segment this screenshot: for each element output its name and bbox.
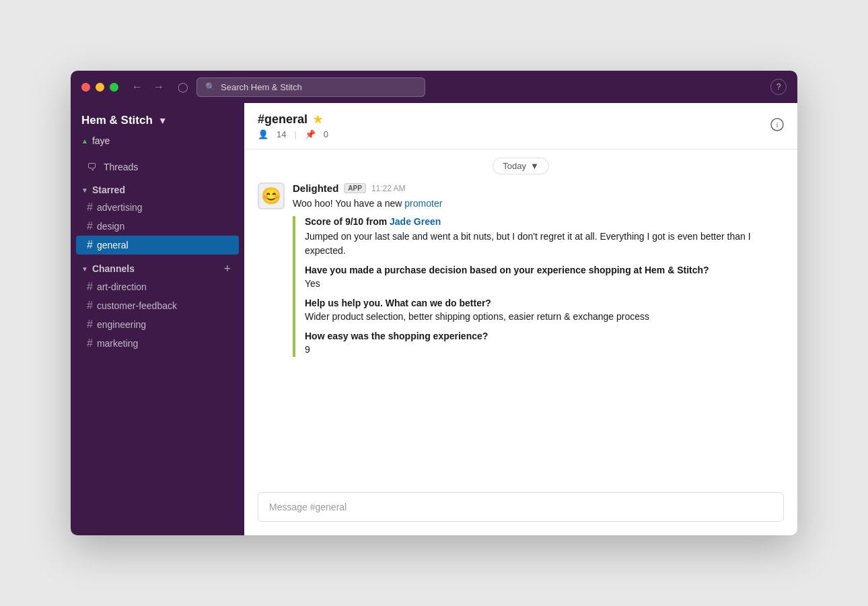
messages-container: 😊 Delighted APP 11:22 AM Woo hoo! You ha… (244, 182, 797, 484)
avatar-emoji: 😊 (261, 187, 281, 205)
channel-item-marketing[interactable]: # marketing (76, 334, 239, 353)
message-input[interactable] (258, 492, 784, 522)
search-bar[interactable]: 🔍 Search Hem & Stitch (196, 77, 425, 97)
review-text: Jumped on your last sale and went a bit … (305, 230, 784, 258)
channel-name-marketing: marketing (97, 338, 138, 349)
titlebar-right: ? (770, 79, 787, 95)
user-name: faye (92, 135, 110, 146)
channel-title-text: #general (258, 112, 308, 127)
channel-title: #general ★ (258, 112, 328, 127)
chat-header: #general ★ 👤 14 | 📌 0 i (244, 103, 797, 149)
starred-section-title: Starred (92, 184, 233, 195)
navigation-buttons: ← → (129, 78, 167, 96)
message-row: 😊 Delighted APP 11:22 AM Woo hoo! You ha… (258, 182, 784, 357)
channels-chevron-icon: ▼ (81, 265, 88, 273)
app-window: ← → ◯ 🔍 Search Hem & Stitch ? Hem & Stit… (71, 71, 797, 535)
message-text: Woo hoo! You have a new promoter (293, 197, 784, 211)
forward-button[interactable]: → (151, 78, 167, 96)
message-content: Delighted APP 11:22 AM Woo hoo! You have… (293, 182, 784, 357)
channel-name-design: design (97, 221, 124, 232)
channel-name-customer-feedback: customer-feedback (97, 300, 177, 311)
hash-icon: # (87, 318, 93, 331)
channel-meta: 👤 14 | 📌 0 (258, 129, 328, 139)
score-line: Score of 9/10 from Jade Green (305, 216, 784, 227)
avatar: 😊 (258, 182, 285, 209)
channel-name-art-direction: art-direction (97, 281, 147, 292)
pins-count: 0 (324, 129, 328, 139)
date-label: Today (503, 161, 526, 171)
channel-item-art-direction[interactable]: # art-direction (76, 277, 239, 296)
q2-label: Help us help you. What can we do better? (305, 298, 784, 308)
main-body: Hem & Stitch ▼ ▲ faye 🗨 Threads ▼ Starre… (71, 103, 797, 535)
promoter-link[interactable]: promoter (404, 198, 442, 209)
message-header: Delighted APP 11:22 AM (293, 182, 784, 194)
sidebar-item-threads[interactable]: 🗨 Threads (76, 157, 239, 176)
customer-name-link[interactable]: Jade Green (390, 216, 441, 227)
workspace-name: Hem & Stitch (81, 114, 153, 127)
members-icon: 👤 (258, 129, 268, 139)
minimize-button[interactable] (96, 83, 104, 92)
channel-item-engineering[interactable]: # engineering (76, 315, 239, 334)
help-button[interactable]: ? (770, 79, 787, 95)
app-badge: APP (344, 183, 366, 193)
hash-icon: # (87, 337, 93, 349)
date-chevron-icon: ▼ (530, 161, 539, 171)
sidebar: Hem & Stitch ▼ ▲ faye 🗨 Threads ▼ Starre… (71, 103, 244, 535)
channels-section-title: Channels (92, 263, 217, 274)
titlebar: ← → ◯ 🔍 Search Hem & Stitch ? (71, 71, 797, 103)
workspace-chevron-icon: ▼ (158, 115, 168, 126)
history-button[interactable]: ◯ (175, 79, 191, 95)
threads-icon: 🗨 (87, 161, 97, 172)
status-indicator-icon: ▲ (81, 137, 88, 145)
q2-answer: Wider product selection, better shipping… (305, 310, 784, 324)
hash-icon: # (87, 281, 93, 293)
starred-section-header[interactable]: ▼ Starred (71, 176, 244, 198)
traffic-lights (81, 83, 118, 92)
hash-icon: # (87, 220, 93, 232)
score-label-text: Score of 9/10 from (305, 216, 387, 227)
message-input-area (244, 484, 797, 535)
star-icon[interactable]: ★ (313, 113, 322, 126)
svg-text:i: i (776, 121, 778, 129)
search-icon: 🔍 (205, 82, 215, 92)
search-placeholder: Search Hem & Stitch (221, 82, 302, 92)
channel-header-left: #general ★ 👤 14 | 📌 0 (258, 112, 328, 139)
channel-name-advertising: advertising (97, 202, 143, 213)
q3-label: How easy was the shopping experience? (305, 331, 784, 341)
info-button[interactable]: i (770, 118, 784, 134)
workspace-header[interactable]: Hem & Stitch ▼ (71, 103, 244, 133)
q3-answer: 9 (305, 343, 784, 357)
channel-item-customer-feedback[interactable]: # customer-feedback (76, 296, 239, 315)
starred-chevron-icon: ▼ (81, 187, 88, 194)
q1-label: Have you made a purchase decision based … (305, 265, 784, 275)
add-channel-button[interactable]: + (221, 263, 233, 275)
sender-name: Delighted (293, 182, 338, 194)
hash-icon: # (87, 201, 93, 213)
channel-item-design[interactable]: # design (76, 217, 239, 236)
maximize-button[interactable] (110, 83, 118, 92)
user-status[interactable]: ▲ faye (71, 133, 244, 157)
q1-answer: Yes (305, 277, 784, 291)
hash-icon: # (87, 300, 93, 312)
channel-item-advertising[interactable]: # advertising (76, 198, 239, 217)
info-icon: i (770, 118, 784, 131)
threads-label: Threads (104, 162, 138, 172)
pins-icon: 📌 (305, 129, 316, 139)
members-count: 14 (277, 129, 286, 139)
channels-section-header[interactable]: ▼ Channels + (71, 255, 244, 277)
channel-name-engineering: engineering (97, 319, 146, 330)
channel-item-general[interactable]: # general (76, 236, 239, 255)
channel-name-general: general (97, 240, 129, 250)
hash-icon: # (87, 239, 93, 251)
quoted-block: Score of 9/10 from Jade Green Jumped on … (293, 216, 784, 357)
chat-area: #general ★ 👤 14 | 📌 0 i (244, 103, 797, 535)
close-button[interactable] (81, 83, 90, 92)
back-button[interactable]: ← (129, 78, 145, 96)
message-timestamp: 11:22 AM (371, 184, 406, 193)
intro-text: Woo hoo! You have a new (293, 198, 402, 209)
date-separator: Today ▼ (244, 149, 797, 182)
meta-divider: | (294, 129, 296, 139)
date-pill[interactable]: Today ▼ (493, 158, 549, 174)
